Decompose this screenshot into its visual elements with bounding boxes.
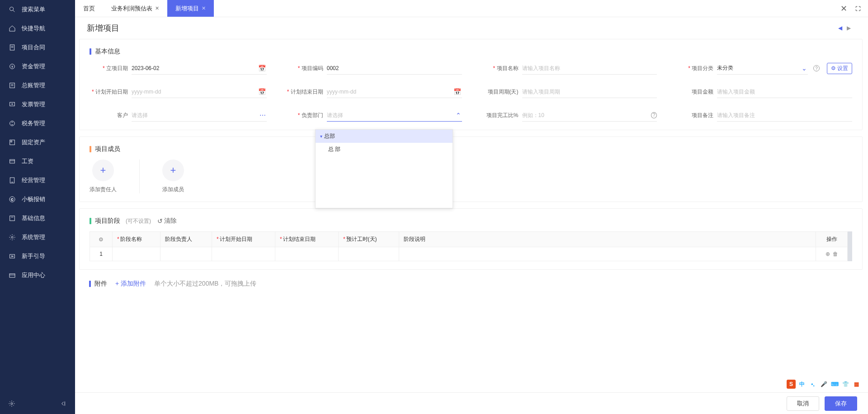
collapse-icon[interactable]: [60, 400, 67, 409]
section-members: 项目成员 + 添加责任人 + 添加成员: [79, 136, 863, 202]
ime-skin-icon[interactable]: 👕: [841, 380, 850, 389]
add-owner-button[interactable]: +: [92, 160, 114, 181]
page-header: 新增项目 ◀ ▶: [75, 17, 863, 39]
input-customer[interactable]: [132, 112, 259, 118]
save-button[interactable]: 保存: [825, 396, 857, 411]
calendar-icon[interactable]: 📅: [257, 88, 267, 95]
sidebar-item-fund[interactable]: ¥资金管理: [0, 57, 75, 76]
cancel-button[interactable]: 取消: [787, 396, 819, 411]
sidebar-item-biz[interactable]: 经营管理: [0, 171, 75, 190]
sidebar-item-salary[interactable]: 工资: [0, 152, 75, 171]
add-attachment-button[interactable]: + 添加附件: [115, 280, 146, 288]
help-icon[interactable]: ?: [651, 112, 657, 118]
record-pager: ◀ ▶: [838, 25, 851, 31]
input-remark[interactable]: [717, 112, 852, 118]
tax-icon: [8, 119, 16, 127]
add-row-icon[interactable]: ⊕: [826, 251, 830, 257]
tab-new-project[interactable]: 新增项目✕: [167, 0, 214, 17]
sidebar-item-invoice[interactable]: 发票管理: [0, 95, 75, 114]
sidebar-item-quicknav[interactable]: 快捷导航: [0, 19, 75, 38]
settings-button[interactable]: ⚙设置: [827, 63, 852, 74]
label-cycle: 项目周期(天): [480, 88, 519, 96]
chevron-up-icon[interactable]: ⌃: [455, 112, 462, 119]
calendar-icon[interactable]: 📅: [453, 88, 462, 95]
ime-logo-icon[interactable]: S: [787, 380, 796, 389]
dropdown-item-child[interactable]: 总 部: [316, 143, 453, 156]
svg-point-28: [11, 403, 13, 405]
sidebar-item-ledger[interactable]: 总账管理: [0, 76, 75, 95]
label-pct: 项目完工比%: [480, 112, 519, 119]
ime-lang-icon[interactable]: 中: [797, 380, 807, 389]
tab-profit-report[interactable]: 业务利润预估表✕: [103, 0, 167, 17]
chevron-down-icon[interactable]: ⌄: [801, 65, 808, 72]
delete-row-icon[interactable]: 🗑: [833, 251, 838, 257]
content-area: 基本信息 立项日期 📅 项目编码 项目名称 项目分类 ⌄ ? ⚙设置 计划开始日: [79, 39, 863, 392]
svg-point-11: [12, 104, 13, 105]
svg-point-12: [10, 121, 15, 126]
tab-home[interactable]: 首页: [75, 0, 103, 17]
ime-toolbox-icon[interactable]: ▦: [852, 380, 861, 389]
input-date[interactable]: [132, 65, 257, 71]
dropdown-item-root[interactable]: ▾总部: [316, 130, 453, 143]
sidebar-search[interactable]: 搜索菜单: [0, 0, 75, 19]
close-icon[interactable]: ✕: [155, 5, 159, 11]
label-class: 项目分类: [675, 65, 713, 72]
sidebar-item-assets[interactable]: 固定资产: [0, 133, 75, 152]
label-plan-start: 计划开始日期: [90, 88, 128, 96]
input-pct[interactable]: [522, 112, 651, 118]
input-code[interactable]: [327, 65, 462, 71]
input-dept[interactable]: [327, 112, 455, 118]
input-cycle[interactable]: [522, 89, 657, 95]
ime-keyboard-icon[interactable]: ⌨: [830, 380, 839, 389]
gear-icon: ⚙: [831, 65, 836, 71]
label-code: 项目编码: [285, 65, 323, 72]
input-amount[interactable]: [717, 89, 852, 95]
label-amount: 项目金额: [675, 88, 713, 96]
close-panel-icon[interactable]: ✕: [838, 3, 849, 14]
input-name[interactable]: [522, 65, 657, 71]
input-plan-end[interactable]: [327, 89, 453, 95]
section-attachments: 附件 + 添加附件 单个大小不超过200MB，可拖拽上传: [79, 276, 863, 292]
invoice-icon: [8, 100, 16, 108]
footer-bar: 取消 保存: [75, 392, 868, 414]
settings-icon[interactable]: [8, 400, 15, 409]
section-icon: [89, 281, 91, 287]
sidebar-item-guide[interactable]: 新手引导: [0, 247, 75, 266]
calendar-icon[interactable]: 📅: [257, 65, 267, 72]
pager-next-icon[interactable]: ▶: [847, 25, 851, 31]
svg-rect-15: [10, 160, 15, 163]
clear-button[interactable]: ↺清除: [157, 217, 177, 225]
sidebar-item-apps[interactable]: 应用中心: [0, 266, 75, 285]
ime-mic-icon[interactable]: 🎤: [819, 380, 828, 389]
label-plan-end: 计划结束日期: [285, 88, 323, 96]
svg-rect-21: [10, 216, 15, 221]
expense-icon: C: [8, 195, 16, 203]
sidebar-item-baseinfo[interactable]: 基础信息: [0, 209, 75, 228]
pager-prev-icon[interactable]: ◀: [838, 25, 842, 31]
gear-icon[interactable]: ⚙: [99, 236, 104, 243]
sidebar-item-system[interactable]: 系统管理: [0, 228, 75, 247]
label-remark: 项目备注: [675, 112, 713, 119]
help-icon[interactable]: ?: [813, 65, 820, 71]
section-icon: [90, 218, 91, 224]
label-customer: 客户: [90, 112, 128, 119]
scrollbar[interactable]: [848, 231, 852, 261]
fullscreen-icon[interactable]: [853, 3, 863, 14]
add-member-button[interactable]: +: [162, 160, 184, 181]
add-member: + 添加成员: [139, 160, 184, 193]
input-class[interactable]: [717, 65, 801, 71]
input-plan-start[interactable]: [132, 89, 257, 95]
sidebar-item-expense[interactable]: C小畅报销: [0, 190, 75, 209]
sidebar-item-tax[interactable]: 税务管理: [0, 114, 75, 133]
more-icon[interactable]: ⋯: [259, 112, 267, 119]
stage-table: ⚙ *阶段名称 阶段负责人 *计划开始日期 *计划结束日期 *预计工时(天) 阶…: [90, 231, 848, 261]
guide-icon: [8, 252, 16, 260]
ime-punct-icon[interactable]: •,: [808, 380, 817, 389]
svg-point-0: [10, 7, 14, 11]
assets-icon: [8, 138, 16, 146]
close-icon[interactable]: ✕: [202, 5, 206, 11]
sidebar-item-contract[interactable]: 项目合同: [0, 38, 75, 57]
home-icon: [8, 24, 16, 33]
label-dept: 负责部门: [285, 112, 323, 119]
table-row[interactable]: 1 ⊕🗑: [90, 247, 848, 261]
